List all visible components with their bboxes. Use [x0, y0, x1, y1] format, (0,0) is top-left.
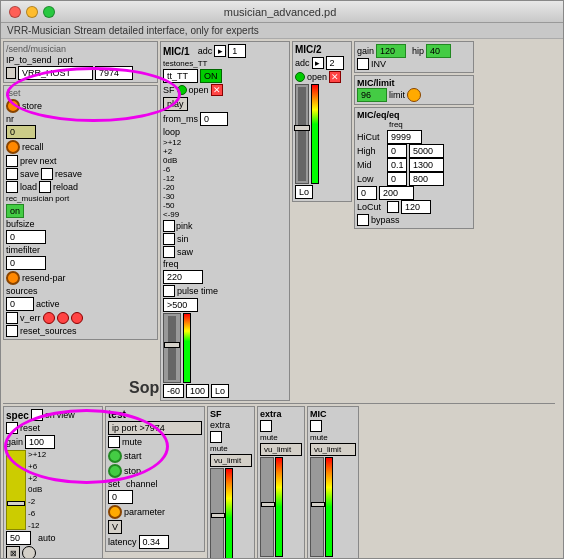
mic2-adc-value[interactable]: 2 — [326, 56, 344, 70]
test-latency-value[interactable]: 0.34 — [139, 535, 169, 549]
on-button[interactable]: ON — [200, 69, 222, 83]
mic1-adc-value[interactable]: 1 — [228, 44, 246, 58]
low-gain[interactable]: 0 — [387, 172, 407, 186]
mid-gain[interactable]: 0.1 — [387, 158, 407, 172]
bufsize-value[interactable]: 0 — [6, 230, 46, 244]
test-v-box[interactable]: V — [108, 520, 122, 534]
minimize-button[interactable] — [26, 6, 38, 18]
save-checkbox[interactable] — [6, 168, 18, 180]
test-mute-checkbox[interactable] — [108, 436, 120, 448]
timefilter-value[interactable]: 0 — [6, 256, 46, 270]
spec-fader-area: >+12 +6 +2 0dB -2 -6 -12 — [6, 450, 100, 530]
close-x-button[interactable]: ✕ — [211, 84, 223, 96]
spec-fader-yellow[interactable] — [6, 450, 26, 530]
high-gain[interactable]: 0 — [387, 144, 407, 158]
spec-db-2: -2 — [28, 497, 46, 506]
high-label: High — [357, 146, 385, 156]
reset-sources-checkbox[interactable] — [6, 325, 18, 337]
load-checkbox[interactable] — [6, 181, 18, 193]
hip-value[interactable]: 40 — [426, 44, 451, 58]
inv-checkbox[interactable] — [357, 58, 369, 70]
extra1-vu-limit: vu_limit — [260, 443, 302, 456]
start-bang[interactable] — [108, 449, 122, 463]
mic2-open-label: open — [307, 72, 327, 82]
saw-checkbox[interactable] — [163, 246, 175, 258]
mic2-adc-toggle[interactable]: ▸ — [312, 57, 324, 69]
pulse-checkbox[interactable] — [163, 285, 175, 297]
tt-tt-box[interactable]: tt_TT — [163, 69, 198, 83]
spec-gain-row: gain 100 — [6, 435, 100, 449]
prev-checkbox[interactable] — [6, 155, 18, 167]
store-bang[interactable] — [6, 99, 20, 113]
sf-extra-label: extra — [210, 420, 252, 430]
sf-mute-cb[interactable] — [210, 431, 222, 443]
host-toggle[interactable] — [6, 67, 16, 79]
nr-value[interactable]: 0 — [6, 125, 36, 139]
sin-checkbox[interactable] — [163, 233, 175, 245]
recall-bang[interactable] — [6, 140, 20, 154]
close-button[interactable] — [9, 6, 21, 18]
spec-reset-checkbox[interactable] — [6, 422, 18, 434]
spec-fader-thumb — [7, 501, 25, 506]
db-30: -30 — [163, 192, 287, 201]
stop-bang[interactable] — [108, 464, 122, 478]
mic2-close-button[interactable]: ✕ — [329, 71, 341, 83]
play-button[interactable]: play — [163, 97, 188, 111]
locut-value[interactable]: 120 — [401, 200, 431, 214]
maximize-button[interactable] — [43, 6, 55, 18]
mic2-fader[interactable] — [295, 84, 309, 184]
param-bang[interactable] — [108, 505, 122, 519]
db500-value[interactable]: >500 — [163, 298, 198, 312]
on-box[interactable]: on — [6, 204, 24, 218]
test-label: test — [108, 409, 126, 420]
mic-fader[interactable] — [310, 457, 324, 557]
mic1-tt-row: tt_TT ON — [163, 69, 287, 83]
resave-checkbox[interactable] — [41, 168, 53, 180]
resend-par-bang[interactable] — [6, 271, 20, 285]
port-input[interactable]: 7974 — [95, 66, 133, 80]
from-ms-value[interactable]: 0 — [200, 112, 228, 126]
sources-row: sources — [6, 286, 155, 296]
bypass-checkbox[interactable] — [357, 214, 369, 226]
spec-copier-box[interactable]: ⊠ — [6, 546, 20, 558]
mid-freq[interactable]: 1300 — [409, 158, 444, 172]
from-ms-label: from_ms — [163, 114, 198, 124]
spec-on-checkbox[interactable] — [31, 409, 43, 421]
locut-checkbox[interactable] — [387, 201, 399, 213]
test-on-value[interactable]: 0 — [108, 490, 133, 504]
test-set-channel-row: set channel — [108, 479, 202, 489]
sf-fader[interactable] — [210, 468, 224, 558]
mic-mute-label: mute — [310, 433, 356, 442]
extra1-mute-cb[interactable] — [260, 420, 272, 432]
eq-col-headers: freq — [357, 120, 471, 129]
mic1-fader[interactable] — [163, 313, 181, 383]
extra1-fader[interactable] — [260, 457, 274, 557]
low-freq2[interactable]: 200 — [379, 186, 414, 200]
hicut-label: HiCut — [357, 132, 385, 142]
low-freq[interactable]: 800 — [409, 172, 444, 186]
recall-label: recall — [22, 142, 44, 152]
mic1-adc-toggle[interactable]: ▸ — [214, 45, 226, 57]
reload-checkbox[interactable] — [39, 181, 51, 193]
hicut-value[interactable]: 9999 — [387, 130, 422, 144]
low-gain2[interactable]: 0 — [357, 186, 377, 200]
verr-label: v_err — [20, 313, 41, 323]
spec-copier-circle[interactable] — [22, 546, 36, 558]
limit-value[interactable]: 96 — [357, 88, 387, 102]
mic1-lo-val: Lo — [211, 384, 229, 398]
mic-mute-cb[interactable] — [310, 420, 322, 432]
freq-value[interactable]: 220 — [163, 270, 203, 284]
db-scale: >+12 +2 0dB -6 -12 -20 -30 -50 <-99 — [163, 138, 287, 219]
mic-gain-value[interactable]: 120 — [376, 44, 406, 58]
timefilter-label: timefilter — [6, 245, 40, 255]
high-freq[interactable]: 5000 — [409, 144, 444, 158]
limit-button[interactable] — [407, 88, 421, 102]
vrr-host-input[interactable]: VRR_HOST — [18, 66, 93, 80]
verr-checkbox[interactable] — [6, 312, 18, 324]
spec-val50-box[interactable]: 50 — [6, 531, 31, 545]
pink-label: pink — [176, 221, 193, 231]
pink-checkbox[interactable] — [163, 220, 175, 232]
low-row: Low 0 800 — [357, 172, 471, 186]
active-value[interactable]: 0 — [6, 297, 34, 311]
spec-gain-value[interactable]: 100 — [25, 435, 55, 449]
